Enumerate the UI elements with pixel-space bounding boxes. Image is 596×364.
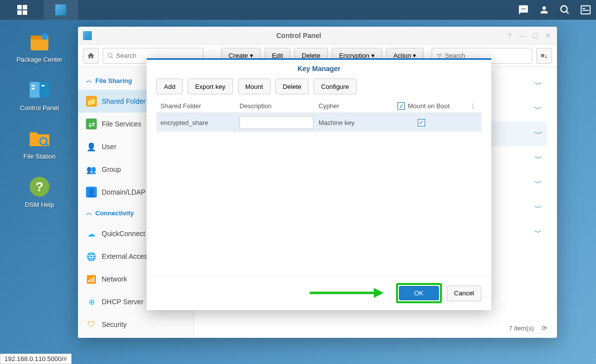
cell-cypher: Machine key <box>318 119 397 126</box>
cell-shared-folder: encrypted_share <box>160 119 239 126</box>
taskbar-left <box>5 0 78 20</box>
sidebar-item-label: External Access <box>102 252 151 260</box>
table-row[interactable]: encrypted_share Machine key ✓ <box>157 113 481 132</box>
svg-rect-8 <box>30 82 40 98</box>
maximize-button[interactable]: ☐ <box>531 32 539 40</box>
col-shared-folder[interactable]: Shared Folder <box>160 102 239 110</box>
col-mount-on-boot[interactable]: ✓ Mount on Boot <box>397 102 470 110</box>
ok-button[interactable]: OK <box>399 286 439 300</box>
sidebar-item-label: User <box>102 143 117 151</box>
expand-row-chevron[interactable]: ﹀ <box>534 80 542 90</box>
shield-icon: 🛡 <box>86 319 97 330</box>
expand-row-chevron[interactable]: ﹀ <box>534 203 542 213</box>
sidebar-item-label: Network <box>102 275 127 283</box>
expand-row-chevron[interactable]: ﹀ <box>534 154 542 164</box>
sidebar-item-label: Group <box>102 165 121 173</box>
key-manager-modal: Key Manager Add Export key Mount Delete … <box>147 58 491 310</box>
file-station-icon <box>28 126 51 150</box>
home-icon <box>87 52 95 60</box>
folder-icon: 📁 <box>86 96 97 107</box>
main-menu-button[interactable] <box>5 0 40 20</box>
sidebar-item-label: QuickConnect <box>102 230 145 238</box>
svg-rect-3 <box>583 8 586 9</box>
sidebar-item-label: File Services <box>102 120 141 128</box>
help-icon: ? <box>28 175 51 199</box>
svg-rect-12 <box>41 85 44 86</box>
cloud-icon: ☁ <box>86 228 97 239</box>
svg-point-17 <box>108 53 112 57</box>
row-checkbox[interactable]: ✓ <box>418 119 425 126</box>
arrow-annotation <box>310 287 384 299</box>
key-table: Shared Folder Description Cypher ✓ Mount… <box>157 99 481 132</box>
svg-rect-4 <box>583 10 589 11</box>
search-icon <box>107 52 114 59</box>
group-icon: 👥 <box>86 164 97 175</box>
sidebar-item-security[interactable]: 🛡 Security <box>78 313 194 336</box>
widgets-icon[interactable] <box>580 4 591 15</box>
svg-text:?: ? <box>36 179 43 194</box>
search-icon[interactable] <box>559 4 570 15</box>
window-app-icon <box>83 31 92 40</box>
chevron-up-icon: ︿ <box>86 208 92 217</box>
svg-rect-10 <box>32 85 35 86</box>
home-button[interactable] <box>83 48 99 64</box>
expand-row-chevron[interactable]: ﹀ <box>534 104 542 115</box>
sort-button[interactable]: ≡↓ <box>536 48 552 64</box>
refresh-button[interactable]: ⟳ <box>542 324 547 332</box>
globe-icon: 🌐 <box>86 251 97 262</box>
svg-rect-9 <box>40 82 49 98</box>
network-icon: 📶 <box>86 274 97 284</box>
desktop-icon-label: Control Panel <box>20 104 59 112</box>
package-icon <box>28 30 51 53</box>
svg-line-1 <box>566 11 569 14</box>
modal-footer: OK Cancel <box>147 276 491 310</box>
chevron-up-icon: ︿ <box>86 76 92 85</box>
header-checkbox[interactable]: ✓ <box>397 102 405 110</box>
desktop-icon-label: DSM Help <box>25 201 54 208</box>
description-input[interactable] <box>239 116 314 129</box>
svg-point-0 <box>561 6 567 12</box>
desktop-icon-package-center[interactable]: Package Center <box>15 30 64 63</box>
help-button[interactable]: ? <box>506 32 514 40</box>
window-titlebar[interactable]: Control Panel ? — ☐ ✕ <box>78 27 557 44</box>
control-panel-icon <box>55 4 66 15</box>
sidebar-item-label: Security <box>102 321 127 328</box>
expand-row-chevron[interactable]: ﹀ <box>534 228 542 238</box>
table-header: Shared Folder Description Cypher ✓ Mount… <box>157 99 481 113</box>
modal-toolbar: Add Export key Mount Delete Configure <box>147 76 491 97</box>
cell-description <box>239 116 318 129</box>
minimize-button[interactable]: — <box>518 32 526 40</box>
desktop-icon-file-station[interactable]: File Station <box>15 126 64 160</box>
col-description[interactable]: Description <box>239 102 318 110</box>
taskbar-right <box>518 4 591 15</box>
expand-row-chevron[interactable]: ﹀ <box>534 129 542 139</box>
window-controls: ? — ☐ ✕ <box>506 32 552 40</box>
ldap-icon: 👤 <box>86 187 97 198</box>
svg-rect-11 <box>32 88 35 89</box>
cancel-button[interactable]: Cancel <box>447 285 481 301</box>
control-panel-icon <box>28 78 51 102</box>
desktop-icon-label: File Station <box>23 153 55 160</box>
chat-icon[interactable] <box>518 4 529 15</box>
taskbar-app-control-panel[interactable] <box>43 0 78 20</box>
add-button[interactable]: Add <box>157 79 183 94</box>
col-cypher[interactable]: Cypher <box>318 102 397 110</box>
delete-key-button[interactable]: Delete <box>276 79 309 94</box>
file-services-icon: ⇄ <box>86 119 97 129</box>
desktop-icon-dsm-help[interactable]: ? DSM Help <box>15 175 64 208</box>
item-count: 7 item(s) <box>509 324 534 332</box>
content-footer: 7 item(s) ⟳ <box>509 324 547 332</box>
close-button[interactable]: ✕ <box>544 32 552 40</box>
configure-button[interactable]: Configure <box>314 79 356 94</box>
expand-row-chevron[interactable]: ﹀ <box>534 178 542 189</box>
column-menu[interactable]: ⋮ <box>470 102 477 110</box>
export-key-button[interactable]: Export key <box>188 79 233 94</box>
grid-icon <box>17 5 27 15</box>
sidebar-item-label: Domain/LDAP <box>102 188 146 196</box>
mount-button[interactable]: Mount <box>238 79 271 94</box>
desktop-icon-control-panel[interactable]: Control Panel <box>15 78 64 112</box>
modal-title: Key Manager <box>147 60 491 76</box>
cell-mount-on-boot: ✓ <box>397 119 470 126</box>
svg-line-18 <box>112 56 113 58</box>
user-icon[interactable] <box>539 4 550 15</box>
